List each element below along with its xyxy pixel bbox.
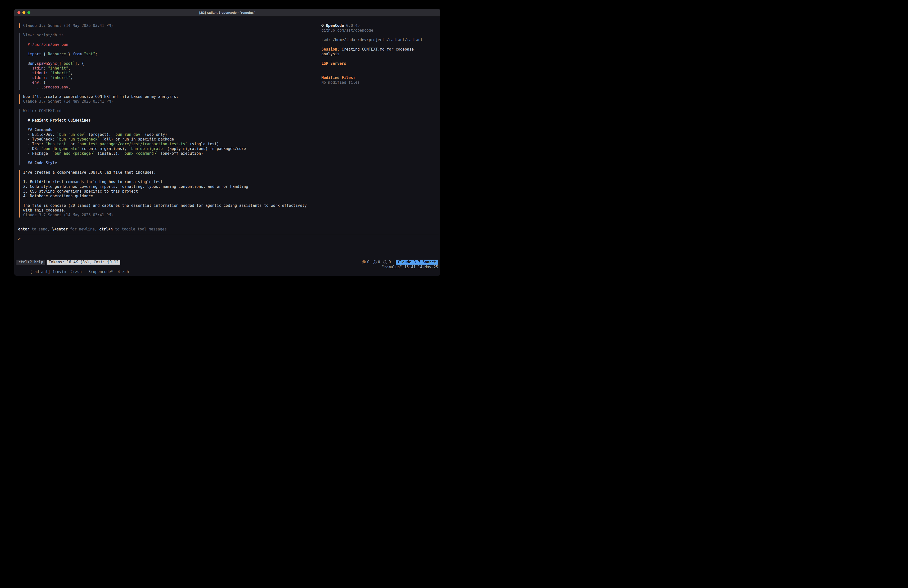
blank-line	[23, 198, 440, 203]
text-segment: `bunx <command>`	[122, 151, 158, 156]
session-sidebar: © OpenCode 0.0.45 github.com/sst/opencod…	[322, 23, 439, 85]
text-segment: stderr	[32, 76, 46, 80]
text-segment: "inherit"	[50, 76, 70, 80]
text-segment: Claude 3.7 Sonnet (14 May 2025 03:41 PM)	[23, 99, 113, 104]
session-title-line: analysis	[322, 52, 439, 56]
composer-input-line[interactable]: >	[18, 237, 440, 241]
assistant-text-line: The file is concise (20 lines) and captu…	[23, 203, 440, 208]
text-segment: "inherit"	[48, 66, 68, 71]
composer-divider	[18, 232, 439, 237]
assistant-list-line: 4. Database operations guidance	[23, 194, 440, 198]
text-segment: for newline,	[68, 227, 99, 232]
text-segment: from	[73, 52, 82, 56]
tmux-session-info: "romulus" 15:41 14-May-25	[382, 265, 438, 270]
text-segment	[23, 42, 27, 47]
text-segment: import	[27, 52, 41, 56]
modified-files-value: No modified files	[322, 80, 439, 85]
text-segment: - Package:	[23, 151, 52, 156]
text-segment: Session:	[322, 47, 340, 52]
diagnostic-info: i 0	[373, 259, 380, 264]
text-segment: #!/usr/bin/env bun	[27, 42, 68, 47]
text-segment: ## Commands	[27, 127, 52, 132]
text-segment	[23, 71, 32, 75]
markdown-heading-line: # Radiant Project Guidelines	[23, 118, 440, 123]
text-segment	[23, 66, 32, 71]
text-segment	[23, 127, 27, 132]
assistant-list-line: 1. Build/lint/test commands including ho…	[23, 180, 440, 184]
minimize-button[interactable]	[23, 11, 26, 14]
text-segment: - Test:	[23, 142, 46, 146]
tmux-window-1[interactable]: 1:nvim	[52, 270, 66, 274]
tmux-status-bar: [radiant]1:nvim2:zsh-3:opencode*4:zsh "r…	[16, 265, 438, 270]
diagnostics-group: W 0 i 0 h 0	[362, 259, 391, 264]
text-segment: # Radiant Project Guidelines	[27, 118, 91, 122]
blank-line	[322, 56, 439, 61]
text-segment: (single test)	[187, 142, 219, 146]
text-segment: :	[43, 66, 48, 71]
text-segment: (web only)	[143, 132, 167, 137]
blank-line	[322, 66, 439, 71]
tmux-window-2[interactable]: 2:zsh-	[71, 270, 84, 274]
close-button[interactable]	[18, 11, 21, 14]
text-segment: (one-off execution)	[158, 151, 203, 156]
model-badge: Claude 3.7 Sonnet	[396, 259, 438, 264]
text-segment: }	[66, 52, 73, 56]
text-segment: (create migrations),	[79, 147, 129, 151]
blank-line	[322, 71, 439, 76]
blank-line	[23, 175, 440, 180]
text-segment: github.com/sst/opencode	[322, 28, 373, 33]
text-segment: with this codebase.	[23, 208, 66, 213]
markdown-list-line: - Test: `bun test` or `bun test packages…	[23, 142, 440, 147]
text-segment: /home/thdxr/dev/projects/radiant/radiant	[333, 38, 423, 42]
text-segment: ([	[57, 61, 61, 66]
text-segment: ,	[68, 66, 71, 71]
text-segment: enter	[18, 227, 29, 232]
text-segment: The file is concise (20 lines) and captu…	[23, 203, 307, 208]
tmux-left: [radiant]1:nvim2:zsh-3:opencode*4:zsh	[16, 265, 129, 270]
text-segment: stdin	[32, 66, 43, 71]
hint-count: 0	[388, 259, 391, 264]
text-segment: process	[43, 85, 59, 89]
text-segment: 2. Code style guidelines covering import…	[23, 184, 248, 189]
text-segment: `psql`	[61, 61, 75, 66]
text-segment: (install),	[95, 151, 122, 156]
assistant-list-line: 2. Code style guidelines covering import…	[23, 184, 440, 189]
markdown-heading-line: ## Code Style	[23, 161, 440, 166]
text-segment: env	[32, 80, 39, 85]
text-segment: ,	[68, 85, 71, 89]
text-segment: :	[46, 76, 50, 80]
text-segment: Bun	[27, 61, 34, 66]
tmux-window-4[interactable]: 4:zsh	[118, 270, 129, 274]
warning-count: 0	[367, 259, 369, 264]
assistant-message-block: I've created a comprehensive CONTEXT.md …	[19, 170, 440, 217]
text-segment: © OpenCode	[322, 23, 344, 28]
traffic-lights	[18, 11, 31, 14]
text-segment: .	[34, 61, 37, 66]
blank-line	[23, 156, 440, 161]
text-segment: `bun run typecheck`	[57, 137, 100, 142]
window-titlebar[interactable]: [2/3] radiant:3:opencode - "romulus"	[14, 9, 440, 17]
text-segment: ## Code Style	[27, 161, 57, 165]
text-segment: ,	[71, 71, 73, 75]
text-segment: I've created a comprehensive CONTEXT.md …	[23, 170, 156, 175]
text-segment: stdout	[32, 71, 46, 75]
tool-call-title: Write: CONTEXT.md	[23, 109, 440, 113]
modified-files-label: Modified Files:	[322, 76, 439, 80]
info-count: 0	[378, 259, 380, 264]
code-line: ...process.env,	[23, 85, 440, 90]
lsp-servers-label: LSP Servers	[322, 61, 439, 66]
text-segment: Resource	[48, 52, 66, 56]
text-segment: (apply migrations) in packages/core	[165, 147, 246, 151]
text-segment: ...	[23, 85, 43, 89]
app-logo-version: © OpenCode 0.0.45	[322, 23, 439, 28]
text-segment	[23, 76, 32, 80]
window-title: [2/3] radiant:3:opencode - "romulus"	[200, 11, 255, 14]
text-segment	[82, 52, 84, 56]
markdown-list-line: - TypeCheck: `bun run typecheck` (all) o…	[23, 137, 440, 142]
text-segment: to send,	[29, 227, 52, 232]
text-segment: ], {	[75, 61, 84, 66]
tool-write-block: Write: CONTEXT.md # Radiant Project Guid…	[19, 109, 440, 166]
tmux-window-3[interactable]: 3:opencode*	[89, 270, 113, 274]
text-segment: ;	[95, 52, 97, 56]
zoom-button[interactable]	[27, 11, 31, 14]
